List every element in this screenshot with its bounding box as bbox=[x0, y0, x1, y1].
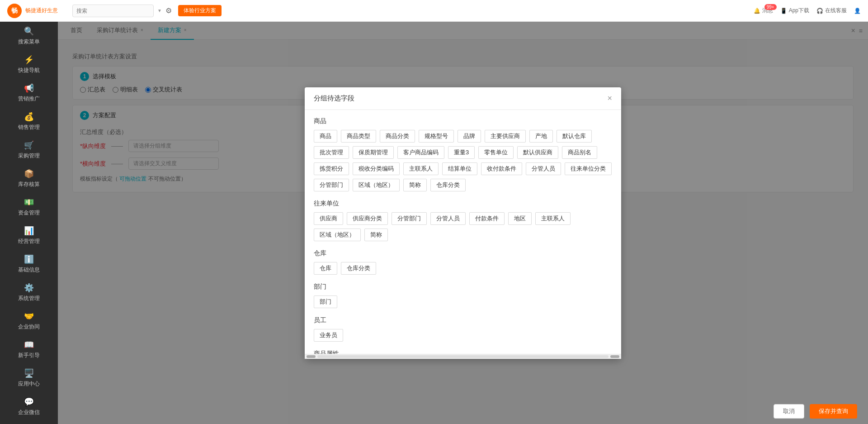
section-partner-title: 往来单位 bbox=[314, 200, 612, 208]
sidebar-label-wechat: 企业微信 bbox=[18, 409, 40, 416]
finance-icon: 💵 bbox=[24, 197, 34, 207]
sidebar-item-management[interactable]: 📊 经营管理 bbox=[0, 221, 58, 250]
notification-btn[interactable]: 🔔 99+ 消息 bbox=[754, 7, 773, 14]
sidebar-item-system[interactable]: ⚙️ 系统管理 bbox=[0, 278, 58, 307]
section-attribute-title: 商品属性 bbox=[314, 350, 612, 354]
field-tag[interactable]: 主要供应商 bbox=[485, 130, 526, 143]
modal-header: 分组待选字段 × bbox=[305, 87, 621, 110]
field-tag[interactable]: 保质期管理 bbox=[353, 146, 394, 159]
search-menu-icon: 🔍 bbox=[24, 26, 34, 36]
section-goods: 商品 商品商品类型商品分类规格型号品牌主要供应商产地默认仓库批次管理保质期管理客… bbox=[314, 117, 612, 191]
field-tag[interactable]: 仓库 bbox=[314, 262, 337, 275]
bell-icon: 🔔 bbox=[754, 8, 760, 14]
field-tag[interactable]: 商品分类 bbox=[380, 130, 415, 143]
field-tag[interactable]: 拣货积分 bbox=[314, 162, 349, 175]
section-warehouse-title: 仓库 bbox=[314, 249, 612, 257]
basic-icon: ℹ️ bbox=[24, 254, 34, 264]
field-tag[interactable]: 分管部门 bbox=[392, 212, 427, 225]
field-tag[interactable]: 主联系人 bbox=[403, 162, 439, 175]
modal-close-button[interactable]: × bbox=[607, 94, 612, 103]
field-tag[interactable]: 分管人员 bbox=[430, 212, 466, 225]
sidebar-item-collab[interactable]: 🤝 企业协同 bbox=[0, 307, 58, 335]
top-center: ▼ ⚙ 体验行业方案 bbox=[65, 5, 754, 17]
search-arrow-icon: ▼ bbox=[157, 8, 162, 13]
field-tag[interactable]: 商品别名 bbox=[562, 146, 597, 159]
avatar-icon: 👤 bbox=[854, 8, 861, 14]
field-tag[interactable]: 区域（地区） bbox=[314, 229, 361, 241]
field-tag[interactable]: 地区 bbox=[508, 212, 532, 225]
search-input[interactable] bbox=[72, 5, 154, 17]
top-right: 🔔 99+ 消息 📱 App下载 🎧 在线客服 👤 bbox=[754, 7, 861, 14]
field-tag[interactable]: 规格型号 bbox=[419, 130, 454, 143]
field-tag[interactable]: 简称 bbox=[364, 229, 388, 241]
app-download-btn[interactable]: 📱 App下载 bbox=[780, 7, 809, 14]
user-avatar[interactable]: 👤 bbox=[854, 8, 861, 14]
apps-icon: 🖥️ bbox=[24, 368, 34, 378]
field-tag[interactable]: 商品 bbox=[314, 130, 337, 143]
field-tag[interactable]: 仓库分类 bbox=[341, 262, 376, 275]
horizontal-scrollbar[interactable] bbox=[317, 355, 609, 358]
field-tag[interactable]: 结算单位 bbox=[442, 162, 477, 175]
field-tag[interactable]: 客户商品编码 bbox=[397, 146, 444, 159]
settings-icon[interactable]: ⚙ bbox=[165, 6, 175, 15]
sidebar-item-wechat[interactable]: 💬 企业微信 bbox=[0, 392, 58, 421]
fields-grid-department: 部门 bbox=[314, 295, 612, 308]
sidebar-label-apps: 应用中心 bbox=[18, 380, 40, 388]
sidebar-item-finance[interactable]: 💵 资金管理 bbox=[0, 193, 58, 221]
sidebar-item-basic[interactable]: ℹ️ 基础信息 bbox=[0, 250, 58, 278]
field-tag[interactable]: 零售单位 bbox=[478, 146, 514, 159]
sidebar-item-marketing[interactable]: 📢 营销推广 bbox=[0, 79, 58, 107]
sidebar-label-sales: 销售管理 bbox=[18, 124, 40, 131]
inventory-icon: 📦 bbox=[24, 169, 34, 179]
field-tag[interactable]: 默认供应商 bbox=[517, 146, 558, 159]
field-tag[interactable]: 付款条件 bbox=[469, 212, 505, 225]
save-button[interactable]: 保存并查询 bbox=[810, 404, 857, 419]
online-service-label: 在线客服 bbox=[825, 7, 847, 14]
modal-horizontal-scrollbar-area bbox=[305, 354, 621, 359]
sidebar-item-inventory[interactable]: 📦 库存核算 bbox=[0, 164, 58, 193]
fields-grid-partner: 供应商供应商分类分管部门分管人员付款条件地区主联系人区域（地区）简称 bbox=[314, 212, 612, 241]
field-tag[interactable]: 简称 bbox=[403, 179, 427, 191]
field-tag[interactable]: 供应商分类 bbox=[347, 212, 388, 225]
field-tag[interactable]: 分管部门 bbox=[314, 179, 349, 191]
field-tag[interactable]: 主联系人 bbox=[535, 212, 571, 225]
modal-body: 商品 商品商品类型商品分类规格型号品牌主要供应商产地默认仓库批次管理保质期管理客… bbox=[305, 110, 621, 354]
sidebar-item-sales[interactable]: 💰 销售管理 bbox=[0, 107, 58, 136]
quicknav-icon: ⚡ bbox=[24, 55, 34, 65]
field-tag[interactable]: 供应商 bbox=[314, 212, 343, 225]
sidebar-label-management: 经营管理 bbox=[18, 238, 40, 245]
sidebar-item-quicknav[interactable]: ⚡ 快捷导航 bbox=[0, 50, 58, 79]
cancel-button[interactable]: 取消 bbox=[774, 404, 804, 419]
field-tag[interactable]: 重量3 bbox=[448, 146, 475, 159]
modal-overlay: 分组待选字段 × 商品 商品商品类型商品分类规格型号品牌主要供应商产地默认仓库批… bbox=[58, 22, 868, 424]
field-tag[interactable]: 商品类型 bbox=[341, 130, 376, 143]
field-tag[interactable]: 仓库分类 bbox=[430, 179, 466, 191]
online-service-btn[interactable]: 🎧 在线客服 bbox=[816, 7, 847, 14]
sidebar-item-member[interactable]: 👑 畅会员 bbox=[0, 421, 58, 424]
field-tag[interactable]: 品牌 bbox=[458, 130, 481, 143]
sidebar-label-finance: 资金管理 bbox=[18, 209, 40, 217]
field-tag[interactable]: 部门 bbox=[314, 295, 337, 308]
field-tag[interactable]: 业务员 bbox=[314, 329, 343, 342]
sidebar-item-purchase[interactable]: 🛒 采购管理 bbox=[0, 136, 58, 164]
app-logo-icon: 畅 bbox=[7, 4, 22, 18]
sidebar-item-search[interactable]: 🔍 搜索菜单 bbox=[0, 22, 58, 50]
sidebar-item-guide[interactable]: 📖 新手引导 bbox=[0, 335, 58, 364]
field-tag[interactable]: 区域（地区） bbox=[353, 179, 400, 191]
headset-icon: 🎧 bbox=[816, 8, 823, 14]
field-tag[interactable]: 产地 bbox=[529, 130, 553, 143]
sidebar-label-purchase: 采购管理 bbox=[18, 152, 40, 160]
field-tag[interactable]: 收付款条件 bbox=[481, 162, 522, 175]
field-tag[interactable]: 分管人员 bbox=[526, 162, 561, 175]
sidebar-label-collab: 企业协同 bbox=[18, 323, 40, 331]
field-tag[interactable]: 税收分类编码 bbox=[353, 162, 400, 175]
field-tag[interactable]: 批次管理 bbox=[314, 146, 349, 159]
sidebar-item-apps[interactable]: 🖥️ 应用中心 bbox=[0, 364, 58, 392]
purchase-icon: 🛒 bbox=[24, 140, 34, 150]
field-tag[interactable]: 往来单位分类 bbox=[565, 162, 612, 175]
phone-icon: 📱 bbox=[780, 8, 787, 14]
fields-grid-goods: 商品商品类型商品分类规格型号品牌主要供应商产地默认仓库批次管理保质期管理客户商品… bbox=[314, 130, 612, 191]
field-tag[interactable]: 默认仓库 bbox=[557, 130, 592, 143]
trial-button[interactable]: 体验行业方案 bbox=[178, 5, 222, 16]
section-goods-title: 商品 bbox=[314, 117, 612, 125]
